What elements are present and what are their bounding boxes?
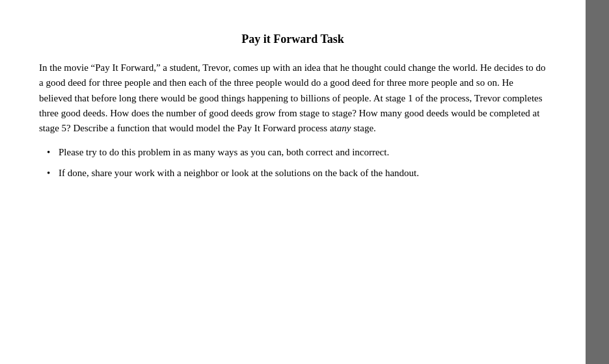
page-title: Pay it Forward Task — [39, 32, 547, 46]
main-text-after-italic: stage. — [351, 123, 375, 133]
main-paragraph: In the movie “Pay It Forward,” a student… — [39, 60, 547, 136]
document-page: Pay it Forward Task In the movie “Pay It… — [0, 0, 586, 364]
bullet-item-2: If done, share your work with a neighbor… — [59, 166, 547, 181]
main-text-before-italic: In the movie “Pay It Forward,” a student… — [39, 62, 545, 133]
italic-word: any — [337, 123, 351, 133]
right-sidebar — [586, 0, 609, 364]
bullet-item-1: Please try to do this problem in as many… — [59, 145, 547, 160]
bullet-list: Please try to do this problem in as many… — [39, 145, 547, 181]
